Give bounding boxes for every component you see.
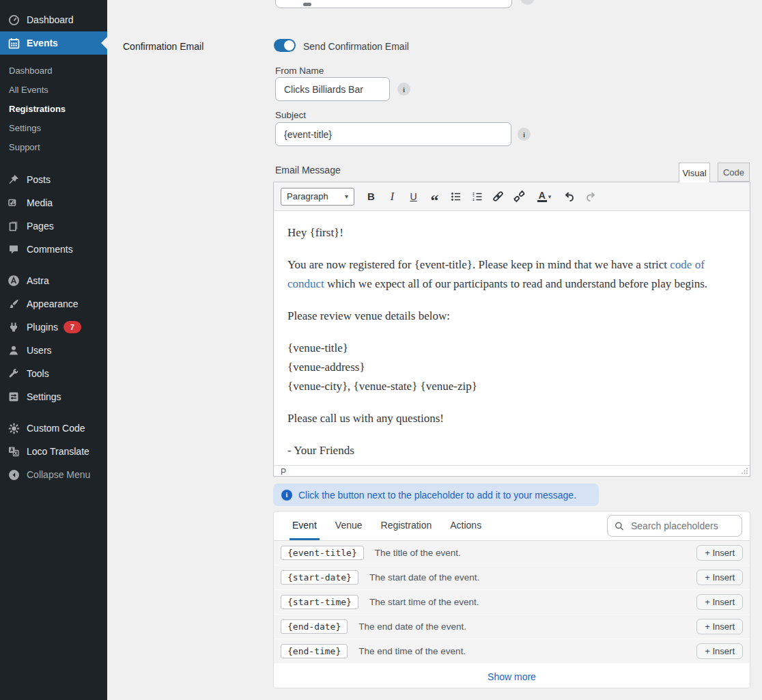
insert-button[interactable]: + Insert — [696, 619, 743, 634]
sidebar-item-comments[interactable]: Comments — [0, 238, 107, 261]
placeholder-row: {start-date} The start date of the event… — [274, 565, 750, 590]
wordpress-admin-page: Dashboard Events Dashboard All Events Re… — [0, 0, 762, 700]
settings-content: Confirmation Email Send Confirmation Ema… — [107, 0, 762, 700]
submenu-item-all-events[interactable]: All Events — [0, 80, 107, 99]
notice-text: Click the button next to the placeholder… — [298, 490, 576, 501]
sidebar-item-tools[interactable]: Tools — [0, 362, 107, 385]
placeholder-row: {end-date} The end date of the event. + … — [274, 615, 750, 639]
tab-registration[interactable]: Registration — [381, 520, 432, 532]
collapse-icon — [7, 468, 20, 481]
placeholder-description: The start date of the event. — [369, 572, 479, 583]
chevron-down-icon: ▾ — [345, 193, 348, 200]
text-color-icon: A — [537, 191, 547, 202]
insert-button[interactable]: + Insert — [696, 570, 743, 585]
active-menu-notch — [101, 37, 107, 49]
placeholder-description: The start time of the event. — [369, 597, 479, 607]
pages-icon — [7, 219, 20, 233]
show-more-link[interactable]: Show more — [488, 671, 536, 682]
sidebar-item-events[interactable]: Events — [0, 31, 107, 55]
plugins-count-badge: 7 — [63, 321, 81, 333]
subject-info-icon[interactable]: i — [518, 128, 531, 141]
search-placeholders-input[interactable] — [630, 520, 735, 532]
plugin-icon — [7, 320, 20, 334]
astra-icon — [7, 274, 20, 288]
bullet-list-icon — [450, 191, 462, 203]
redo-button[interactable] — [580, 187, 600, 206]
sliders-icon — [7, 390, 20, 404]
placeholder-code: {start-time} — [281, 595, 358, 609]
tab-event[interactable]: Event — [292, 520, 317, 532]
calendar-icon — [7, 36, 20, 50]
sidebar-item-users[interactable]: Users — [0, 339, 107, 362]
blockquote-button[interactable]: “ — [425, 184, 444, 209]
sidebar-item-appearance[interactable]: Appearance — [0, 292, 107, 316]
from-name-info-icon[interactable]: i — [397, 83, 410, 96]
sidebar-item-settings[interactable]: Settings — [0, 385, 107, 408]
bold-button[interactable]: B — [361, 187, 381, 206]
email-message-label: Email Message — [275, 165, 341, 176]
email-paragraph: Please call us with any questions! — [287, 409, 736, 428]
email-paragraph-venue: {venue-title}{venue-address}{venue-city}… — [287, 339, 736, 396]
placeholder-row: {event-title} The title of the event. + … — [274, 541, 750, 565]
placeholder-code: {start-date} — [281, 570, 358, 585]
numbered-list-button[interactable] — [467, 187, 487, 206]
placeholder-row: {start-time} The start time of the event… — [274, 590, 750, 615]
undo-button[interactable] — [559, 187, 579, 206]
subject-label: Subject — [275, 110, 306, 120]
paragraph-format-dropdown[interactable]: Paragraph ▾ — [281, 188, 354, 206]
sidebar-item-media[interactable]: Media — [0, 191, 107, 214]
previous-field-input-clipped[interactable] — [275, 0, 512, 8]
tab-visual[interactable]: Visual — [679, 163, 710, 182]
tab-actions[interactable]: Actions — [450, 520, 481, 532]
sidebar-item-loco-translate[interactable]: Loco Translate — [0, 440, 107, 463]
translate-icon — [7, 445, 20, 458]
subject-input[interactable] — [275, 122, 511, 146]
insert-button[interactable]: + Insert — [696, 594, 743, 610]
insert-button[interactable]: + Insert — [696, 643, 743, 659]
insert-link-button[interactable] — [488, 187, 508, 206]
email-message-editor: Paragraph ▾ B I U “ — [273, 182, 750, 477]
sidebar-item-pages[interactable]: Pages — [0, 214, 107, 238]
placeholder-code: {end-time} — [281, 644, 348, 658]
tab-venue[interactable]: Venue — [335, 520, 363, 532]
resize-grip[interactable] — [741, 467, 748, 477]
info-icon — [520, 0, 535, 5]
submenu-item-dashboard[interactable]: Dashboard — [0, 61, 107, 80]
text-color-button[interactable]: A ▾ — [531, 187, 558, 206]
dashboard-icon — [7, 13, 20, 27]
bullet-list-button[interactable] — [446, 187, 466, 206]
placeholder-row: {end-time} The end time of the event. + … — [274, 639, 750, 664]
sidebar-item-collapse-menu[interactable]: Collapse Menu — [0, 463, 107, 486]
sidebar-item-plugins[interactable]: Plugins 7 — [0, 316, 107, 339]
media-icon — [7, 196, 20, 210]
toggle-label: Send Confirmation Email — [303, 41, 409, 52]
tab-code[interactable]: Code — [718, 163, 750, 182]
email-body[interactable]: Hey {first}! You are now registered for … — [274, 211, 750, 465]
insert-button[interactable]: + Insert — [696, 545, 743, 561]
editor-statusbar: P — [274, 465, 750, 478]
numbered-list-icon — [471, 191, 483, 203]
sidebar-item-astra[interactable]: Astra — [0, 269, 107, 292]
comment-icon — [7, 242, 20, 256]
gear-icon — [7, 421, 20, 435]
italic-button[interactable]: I — [382, 187, 402, 206]
from-name-label: From Name — [275, 66, 324, 76]
chevron-down-icon: ▾ — [548, 193, 552, 200]
clipped-text-fragment — [303, 3, 311, 6]
submenu-item-settings[interactable]: Settings — [0, 118, 107, 137]
remove-link-button[interactable] — [509, 187, 529, 206]
editor-toolbar: Paragraph ▾ B I U “ — [274, 182, 750, 211]
sidebar-item-dashboard[interactable]: Dashboard — [0, 8, 107, 31]
placeholders-footer: Show more — [274, 664, 750, 688]
submenu-item-registrations[interactable]: Registrations — [0, 99, 107, 118]
placeholder-description: The title of the event. — [375, 548, 461, 558]
sidebar-item-custom-code[interactable]: Custom Code — [0, 417, 107, 440]
placeholder-description: The end time of the event. — [358, 646, 466, 656]
from-name-input[interactable] — [275, 77, 390, 101]
section-label: Confirmation Email — [123, 41, 203, 52]
submenu-item-support[interactable]: Support — [0, 137, 107, 156]
send-confirmation-toggle[interactable] — [274, 39, 296, 52]
underline-button[interactable]: U — [404, 187, 423, 206]
sidebar-item-posts[interactable]: Posts — [0, 168, 107, 191]
placeholder-hint-notice: i Click the button next to the placehold… — [273, 484, 599, 506]
